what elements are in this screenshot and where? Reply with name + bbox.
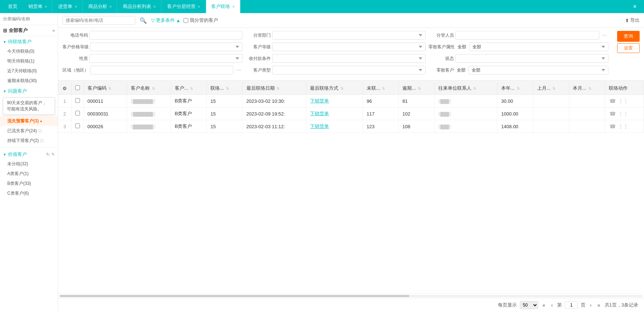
sort-this-year-icon[interactable]: ⇅ xyxy=(517,86,520,90)
filter-more-conditions-button[interactable]: ▽ 更多条件 ▲ xyxy=(151,17,181,24)
sort-type-icon[interactable]: ⇅ xyxy=(190,86,193,90)
sidebar-search-input[interactable] xyxy=(3,16,57,21)
row-3-checkbox[interactable] xyxy=(75,123,80,128)
payment-select[interactable] xyxy=(272,54,425,63)
page-input[interactable] xyxy=(565,301,578,309)
sidebar-item-churn-warning[interactable]: 流失预警客户(3) ● xyxy=(0,116,58,126)
refresh-icon[interactable]: ↻ xyxy=(46,152,50,157)
customer-type-select[interactable] xyxy=(272,66,425,74)
scrollbar-thumb[interactable] xyxy=(60,295,409,297)
nav-tab-4[interactable]: 客户分层经营 × xyxy=(162,0,205,13)
person-dots-icon[interactable]: ··· xyxy=(601,32,608,39)
nav-tab-5[interactable]: 客户联络 × xyxy=(206,0,240,13)
row-2-method-link[interactable]: 下销货单 xyxy=(310,111,329,116)
query-settings-group: 查询 设置 xyxy=(613,28,644,80)
sort-no-contact-icon[interactable]: ⇅ xyxy=(382,86,385,90)
total-label: 共1页，3条记录 xyxy=(605,302,638,308)
nav-tab-3[interactable]: 商品分析列表 × xyxy=(118,0,161,13)
nature-select[interactable] xyxy=(89,54,242,63)
row-checkbox-3[interactable] xyxy=(71,120,84,133)
nav-tab-5-close[interactable]: × xyxy=(232,4,234,9)
settings-button[interactable]: 设置 xyxy=(617,43,640,53)
sidebar-item-declining[interactable]: 持续下滑客户(2) ⓘ xyxy=(0,136,58,146)
row-3-more-icon[interactable]: ⋮⋮ xyxy=(617,123,629,129)
first-page-button[interactable]: « xyxy=(541,302,547,308)
last-page-button[interactable]: » xyxy=(596,302,602,308)
nav-tab-2[interactable]: 商品分析 × xyxy=(83,0,117,13)
nav-tab-1-close[interactable]: × xyxy=(75,4,77,9)
sidebar-group-value[interactable]: ▼ 价值客户 ↻ ✎ xyxy=(0,149,58,159)
row-3-method-link[interactable]: 下销货单 xyxy=(310,123,329,129)
sort-overdue-icon[interactable]: ⇅ xyxy=(418,86,421,90)
nav-home[interactable]: 首页 xyxy=(3,0,23,13)
row-2-checkbox[interactable] xyxy=(75,111,80,116)
nav-tab-2-close[interactable]: × xyxy=(109,4,112,9)
row-last-method-1[interactable]: 下销货单 xyxy=(306,95,363,108)
sidebar-item-class-c[interactable]: C类客户(6) xyxy=(0,189,58,198)
row-1-checkbox[interactable] xyxy=(75,98,80,103)
sort-last-month-icon[interactable]: ⇅ xyxy=(552,86,555,90)
sort-last-date-icon[interactable]: ⇅ xyxy=(277,86,279,90)
select-all-checkbox[interactable] xyxy=(75,85,80,90)
phone-input[interactable] xyxy=(89,31,242,40)
close-all-button[interactable]: × xyxy=(628,3,641,11)
checkbox-col-header[interactable] xyxy=(71,82,84,95)
price-grade-select[interactable] xyxy=(90,42,242,51)
sidebar-item-ungrouped[interactable]: 未分组(32) xyxy=(0,159,58,169)
export-button[interactable]: ⬆ 导出 xyxy=(625,17,640,24)
dept-select[interactable] xyxy=(272,31,425,40)
sidebar-all-customers[interactable]: ⊞ 全部客户 « xyxy=(0,25,58,36)
row-this-year-2: 1000.00 xyxy=(498,108,534,120)
row-last-method-3[interactable]: 下销货单 xyxy=(306,120,363,133)
nav-tab-3-close[interactable]: × xyxy=(153,4,156,9)
horizontal-scrollbar[interactable] xyxy=(58,293,644,298)
sidebar-item-7days[interactable]: 近7天待联络(0) xyxy=(0,66,58,76)
sidebar-collapse-icon[interactable]: « xyxy=(52,28,55,33)
sidebar-item-tomorrow[interactable]: 明天待联络(1) xyxy=(0,56,58,66)
row-checkbox-1[interactable] xyxy=(71,95,84,108)
sidebar-item-class-b[interactable]: B类客户(33) xyxy=(0,179,58,189)
sidebar-item-class-a[interactable]: A类客户(1) xyxy=(0,169,58,179)
col-last-month-header: 上月... ⇅ xyxy=(533,82,569,95)
nav-tab-0[interactable]: 销货单 × xyxy=(23,0,52,13)
sort-code-icon[interactable]: ⇅ xyxy=(108,86,111,90)
row-1-method-link[interactable]: 下销货单 xyxy=(310,98,329,104)
sort-unit-contact-icon[interactable]: ⇅ xyxy=(473,86,476,90)
sort-contact-icon[interactable]: ⇅ xyxy=(226,86,229,90)
row-3-call-icon[interactable]: ☎ xyxy=(609,123,616,129)
my-customers-checkbox-label[interactable]: 我分管的客户 xyxy=(184,17,218,24)
query-button[interactable]: 查询 xyxy=(617,31,640,42)
nav-tab-0-close[interactable]: × xyxy=(45,4,47,9)
row-1-call-icon[interactable]: ☎ xyxy=(609,98,616,104)
my-customers-checkbox[interactable] xyxy=(184,18,188,23)
sort-name-icon[interactable]: ⇅ xyxy=(152,86,155,90)
next-page-button[interactable]: › xyxy=(588,302,593,308)
region-dots-icon[interactable]: ··· xyxy=(235,67,242,73)
edit-icon[interactable]: ✎ xyxy=(51,152,55,157)
row-last-method-2[interactable]: 下销货单 xyxy=(306,108,363,120)
row-1-more-icon[interactable]: ⋮⋮ xyxy=(617,98,629,104)
nav-tab-1[interactable]: 进货单 × xyxy=(53,0,82,13)
sidebar-group-pending[interactable]: ▼ 待联络客户 xyxy=(0,36,58,46)
sort-last-method-icon[interactable]: ⇅ xyxy=(341,86,343,90)
sort-this-month-icon[interactable]: ⇅ xyxy=(588,86,591,90)
customer-grade-select[interactable] xyxy=(272,42,425,51)
sidebar-item-today[interactable]: 今天待联络(0) xyxy=(0,46,58,56)
per-page-select[interactable]: 50 20 100 xyxy=(520,301,538,309)
filter-search-button[interactable]: 🔍 xyxy=(138,17,148,24)
gear-col-header[interactable]: ⚙ xyxy=(58,82,71,95)
nav-tab-4-close[interactable]: × xyxy=(198,4,200,9)
sidebar-group-problem[interactable]: ▼ 问题客户 xyxy=(0,86,58,96)
row-2-more-icon[interactable]: ⋮⋮ xyxy=(617,111,629,117)
filter-search-input[interactable] xyxy=(63,16,135,25)
row-2-call-icon[interactable]: ☎ xyxy=(609,111,616,117)
region-input[interactable] xyxy=(90,66,233,74)
sidebar-item-overdue[interactable]: 逾期未联络(30) xyxy=(0,76,58,86)
retail-attr-select[interactable]: 全部 xyxy=(469,42,608,51)
sidebar-item-churned[interactable]: 已流失客户(24) ⓘ xyxy=(0,126,58,136)
prev-page-button[interactable]: ‹ xyxy=(550,302,554,308)
person-input[interactable] xyxy=(455,31,599,40)
row-checkbox-2[interactable] xyxy=(71,108,84,120)
retail-select[interactable]: 全部 xyxy=(468,66,608,74)
status-select[interactable] xyxy=(455,54,608,63)
